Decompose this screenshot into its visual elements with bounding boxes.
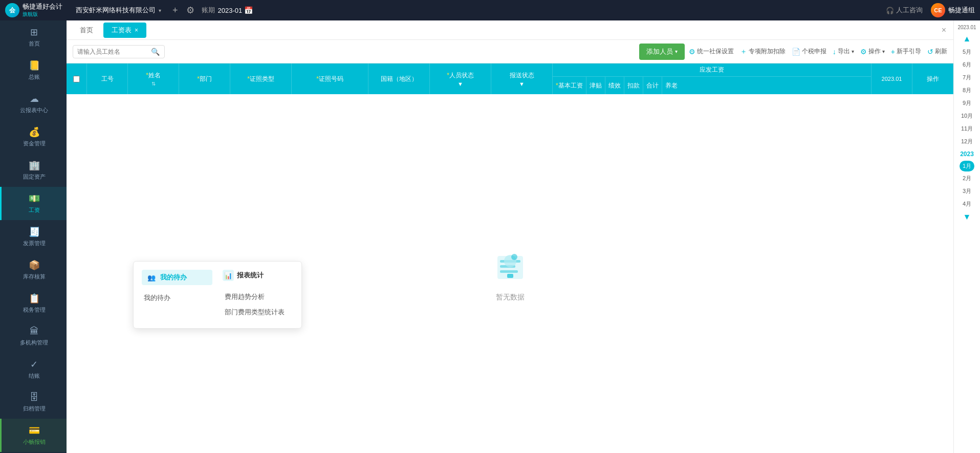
refresh-icon: ↺ — [927, 48, 933, 56]
tab-close-icon[interactable]: × — [135, 27, 138, 34]
popup-todo-item-1[interactable]: 我的待办 — [142, 290, 212, 306]
timeline-month-3[interactable]: 3月 — [954, 185, 980, 198]
th-period: 2023.01 — [872, 63, 912, 94]
tax-report-icon: 📄 — [792, 48, 800, 56]
timeline-month-11[interactable]: 11月 — [954, 122, 980, 135]
tax-report-button[interactable]: 📄 个税申报 — [792, 47, 826, 56]
customer-service-button[interactable]: 🎧 人工咨询 — [886, 6, 923, 15]
sidebar-item-home[interactable]: ⊞ 首页 — [0, 20, 67, 54]
sidebar-item-invoice[interactable]: 🧾 发票管理 — [0, 220, 67, 253]
special-deduction-icon: ＋ — [740, 47, 747, 56]
table-header: 工号 *姓名 ⇅ *部门 *证照类型 *证照号码 国籍（地区） *人员状态 ▼ — [67, 63, 953, 94]
add-header-button[interactable]: + — [170, 3, 180, 18]
special-deduction-button[interactable]: ＋ 专项附加扣除 — [740, 47, 786, 56]
cloud-icon: ☁ — [30, 93, 39, 104]
logo-sub: 旗舰版 — [23, 11, 62, 18]
tax-icon: 📋 — [29, 293, 40, 304]
th-allowance: 津贴 — [586, 77, 605, 94]
report-status-filter-icon[interactable]: ▼ — [519, 81, 525, 87]
multi-org-icon: 🏛 — [30, 326, 39, 337]
export-dropdown-icon: ▾ — [852, 49, 854, 54]
main-layout: ⊞ 首页 📒 总账 ☁ 云报表中心 💰 资金管理 🏢 固定资产 💵 工资 🧾 发… — [0, 20, 980, 453]
home-icon: ⊞ — [30, 27, 38, 38]
operation-dropdown-icon: ▾ — [882, 49, 885, 54]
timeline-nav-up[interactable]: ▲ — [961, 32, 973, 46]
popup-todo-title: 👥 我的待办 — [142, 270, 212, 285]
status-filter-icon[interactable]: ▼ — [458, 81, 463, 87]
sidebar-item-ledger[interactable]: 📒 总账 — [0, 54, 67, 87]
timeline-month-2[interactable]: 2月 — [954, 172, 980, 185]
operation-button[interactable]: ⚙ 操作 ▾ — [860, 47, 885, 56]
svg-point-5 — [511, 254, 517, 260]
timeline-month-9[interactable]: 9月 — [954, 97, 980, 110]
sidebar-item-fund[interactable]: 💰 资金管理 — [0, 120, 67, 154]
search-wrap: 🔍 — [73, 45, 165, 58]
select-all-checkbox[interactable] — [73, 76, 80, 82]
empty-illustration — [490, 246, 531, 287]
sidebar-item-cloud-report[interactable]: ☁ 云报表中心 — [0, 87, 67, 120]
add-person-button[interactable]: 添加人员 ▾ — [639, 44, 685, 60]
sidebar-item-tax[interactable]: 📋 税务管理 — [0, 287, 67, 320]
timeline-month-8[interactable]: 8月 — [954, 84, 980, 97]
sidebar-item-expense[interactable]: 💳 小畅报销 — [0, 419, 67, 452]
sidebar-item-salary[interactable]: 💵 工资 — [0, 187, 67, 220]
sidebar-label: 首页 — [29, 40, 40, 48]
sidebar-item-archive[interactable]: 🗄 归档管理 — [0, 386, 67, 419]
sidebar-item-assets[interactable]: 🏢 固定资产 — [0, 154, 67, 187]
th-country: 国籍（地区） — [368, 63, 430, 94]
timeline-month-12[interactable]: 12月 — [954, 135, 980, 148]
timeline-month-6[interactable]: 6月 — [954, 58, 980, 71]
export-button[interactable]: ↓ 导出 ▾ — [833, 47, 854, 56]
popup-todo-icon: 👥 — [146, 272, 157, 283]
sidebar-item-multi-org[interactable]: 🏛 多机构管理 — [0, 320, 67, 353]
timeline-year-2023: 2023 — [954, 148, 980, 160]
th-wage-group-cols: *基本工资 津贴 绩效 扣款 合计 养老 — [553, 77, 871, 94]
popup-report-item-2[interactable]: 部门费用类型统计表 — [223, 305, 293, 320]
refresh-button[interactable]: ↺ 刷新 — [927, 47, 947, 56]
toolbar: 🔍 添加人员 ▾ ⚙ 统一社保设置 ＋ 专项附加扣除 📄 个税申报 — [67, 40, 953, 63]
timeline-month-10[interactable]: 10月 — [954, 110, 980, 122]
top-header: 会 畅捷通好会计 旗舰版 西安虾米网络科技有限公司 ▾ + ⚙ 账期 2023-… — [0, 0, 980, 20]
timeline-month-5[interactable]: 5月 — [954, 46, 980, 58]
tab-home[interactable]: 首页 — [72, 23, 101, 38]
timeline-nav-down[interactable]: ▼ — [961, 210, 973, 224]
close-right-button[interactable]: × — [940, 24, 948, 37]
social-insurance-icon: ⚙ — [689, 48, 695, 56]
logo-text: 畅捷通好会计 — [23, 3, 62, 11]
logo-area: 会 畅捷通好会计 旗舰版 — [5, 3, 72, 18]
add-person-dropdown-icon: ▾ — [675, 49, 678, 54]
invoice-icon: 🧾 — [29, 226, 40, 238]
social-insurance-button[interactable]: ⚙ 统一社保设置 — [689, 47, 734, 56]
tab-salary[interactable]: 工资表 × — [103, 23, 146, 38]
timeline-month-4[interactable]: 4月 — [954, 198, 980, 210]
popup-col-todo: 👥 我的待办 我的待办 — [142, 270, 212, 320]
th-cert-no: *证照号码 — [292, 63, 368, 94]
company-name: 西安虾米网络科技有限公司 — [76, 6, 156, 15]
calendar-icon[interactable]: 📅 — [244, 6, 253, 14]
company-selector[interactable]: 西安虾米网络科技有限公司 ▾ — [72, 4, 165, 17]
th-checkbox[interactable] — [67, 63, 87, 94]
th-wage-group-title: 应发工资 — [553, 63, 871, 77]
th-dept: *部门 — [179, 63, 230, 94]
name-sort-icon[interactable]: ⇅ — [151, 81, 156, 87]
empty-text: 暂无数据 — [496, 293, 525, 302]
th-total: 合计 — [643, 77, 662, 94]
settings-header-button[interactable]: ⚙ — [184, 3, 197, 18]
svg-rect-3 — [500, 270, 518, 273]
search-input[interactable] — [77, 48, 149, 55]
timeline-month-7[interactable]: 7月 — [954, 71, 980, 84]
archive-icon: 🗄 — [30, 392, 39, 403]
popup-col-report: 📊 报表统计 费用趋势分析 部门费用类型统计表 — [223, 270, 293, 320]
th-basic-wage: *基本工资 — [553, 77, 586, 94]
timeline-month-1-active[interactable]: 1月 — [960, 161, 974, 171]
company-dropdown-icon[interactable]: ▾ — [159, 8, 161, 13]
user-name: 畅捷通组 — [948, 6, 975, 15]
assets-icon: 🏢 — [29, 160, 40, 171]
guide-toolbar-icon: + — [891, 48, 895, 56]
guide-button[interactable]: + 新手引导 — [891, 47, 921, 56]
sidebar-item-closing[interactable]: ✓ 结账 — [0, 353, 67, 386]
popup-report-item-1[interactable]: 费用趋势分析 — [223, 289, 293, 305]
user-area[interactable]: CE 畅捷通组 — [931, 3, 975, 17]
th-status: *人员状态 ▼ — [430, 63, 491, 94]
sidebar-item-inventory[interactable]: 📦 库存核算 — [0, 253, 67, 287]
